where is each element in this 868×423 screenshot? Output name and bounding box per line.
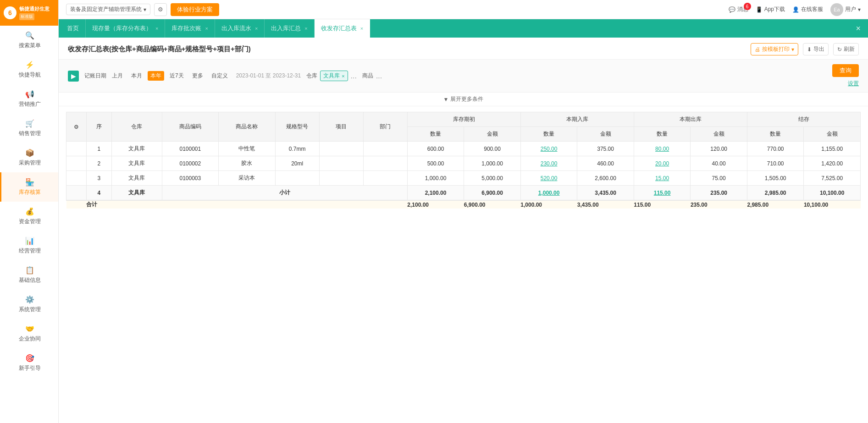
subtotal-out-qty[interactable]: 115.00 (634, 186, 691, 201)
app-download-button[interactable]: 📱 App下载 (756, 5, 785, 13)
top-header: 装备及固定资产辅助管理系统 ▾ ⚙ 体验行业方案 💬 消息 6 📱 App下载 … (59, 0, 868, 19)
tab-close-flow[interactable]: × (255, 26, 258, 31)
user-menu[interactable]: Ea 用户 ▾ (830, 3, 861, 16)
tab-close-summary[interactable]: × (304, 26, 307, 31)
tab-close-stock-dist[interactable]: × (155, 26, 158, 31)
date-btn-custom[interactable]: 自定义 (209, 71, 231, 81)
table-settings-link[interactable]: 设置 (848, 80, 859, 88)
date-btn-7days[interactable]: 近7天 (167, 71, 187, 81)
sidebar-item-label: 经营管理 (19, 247, 41, 255)
warehouse-filter-group: 仓库 文具库 × ... (306, 71, 357, 81)
sidebar-item-system[interactable]: ⚙️ 系统管理 (0, 290, 58, 319)
row-spec (275, 171, 319, 186)
tab-close-batch[interactable]: × (205, 26, 208, 31)
warehouse-more-button[interactable]: ... (351, 72, 357, 80)
date-btn-more[interactable]: 更多 (189, 71, 206, 81)
print-button[interactable]: 🖨 按模板打印 ▾ (751, 43, 798, 55)
col-header-settings: ⚙ (66, 112, 87, 142)
collab-icon: 🤝 (25, 324, 34, 333)
warehouse-tag-close[interactable]: × (342, 73, 344, 79)
sidebar-item-quick[interactable]: ⚡ 快捷导航 (0, 55, 58, 84)
date-btn-last-month[interactable]: 上月 (109, 71, 126, 81)
row-open-qty: 600.00 (407, 142, 464, 156)
row-dept (363, 171, 407, 186)
tab-home[interactable]: 首页 (61, 19, 86, 38)
gear-button[interactable]: ⚙ (154, 3, 167, 16)
date-btn-this-month[interactable]: 本月 (128, 71, 145, 81)
tab-stock-dist[interactable]: 现存量（库存分布表） × (86, 19, 165, 38)
tab-batch[interactable]: 库存批次账 × (165, 19, 215, 38)
table-row: 1 文具库 0100001 中性笔 0.7mm 600.00 900.00 25… (66, 142, 861, 156)
table-settings-icon[interactable]: ⚙ (74, 124, 79, 130)
subtotal-open-amt: 6,900.00 (464, 186, 521, 201)
sidebar-item-basic[interactable]: 📋 基础信息 (0, 260, 58, 290)
row-out-amt: 40.00 (691, 156, 747, 171)
trial-button[interactable]: 体验行业方案 (171, 3, 219, 16)
sidebar-item-label: 资金管理 (19, 218, 41, 225)
footer-bal-qty: 2,985.00 (747, 200, 804, 209)
sidebar-item-search[interactable]: 🔍 搜索菜单 (0, 26, 58, 55)
col-header-code: 商品编码 (162, 112, 219, 142)
row-code: 0100001 (162, 142, 219, 156)
sidebar-item-label: 销售管理 (19, 130, 41, 137)
page-title-bar: 收发存汇总表(按仓库+商品编码+商品+规格型号+项目+部门) 🖨 按模板打印 ▾… (59, 38, 868, 60)
row-in-qty[interactable]: 230.00 (520, 156, 577, 171)
sidebar-item-label: 基础信息 (19, 276, 41, 284)
expand-icon: ▼ (443, 96, 449, 103)
system-selector[interactable]: 装备及固定资产辅助管理系统 ▾ (66, 4, 150, 15)
refresh-button[interactable]: ↻ 刷新 (833, 43, 859, 55)
sidebar-item-sales[interactable]: 🛒 销售管理 (0, 114, 58, 143)
filter-expand-arrow[interactable]: ▶ (68, 71, 79, 82)
row-open-amt: 5,000.00 (464, 171, 521, 186)
row-out-amt: 120.00 (691, 142, 747, 156)
row-out-qty[interactable]: 80.00 (634, 142, 691, 156)
date-btn-this-year[interactable]: 本年 (148, 71, 164, 81)
col-header-project: 项目 (319, 112, 363, 142)
message-button[interactable]: 💬 消息 6 (729, 5, 748, 13)
sidebar-item-collab[interactable]: 🤝 企业协同 (0, 319, 58, 348)
row-out-qty[interactable]: 15.00 (634, 171, 691, 186)
subtotal-in-qty[interactable]: 1,000.00 (520, 186, 577, 201)
header-right: 💬 消息 6 📱 App下载 👤 在线客服 Ea 用户 ▾ (729, 3, 861, 16)
row-project (319, 171, 363, 186)
expand-conditions-button[interactable]: ▼ 展开更多条件 (443, 95, 484, 103)
row-in-qty[interactable]: 520.00 (520, 171, 577, 186)
row-in-amt: 2,600.00 (577, 171, 634, 186)
purchase-icon: 📦 (25, 148, 34, 157)
sidebar-item-business[interactable]: 📊 经营管理 (0, 231, 58, 260)
message-badge: 6 (744, 3, 751, 10)
sidebar-item-purchase[interactable]: 📦 采购管理 (0, 143, 58, 172)
row-name: 胶水 (219, 156, 276, 171)
tab-in-out-flow[interactable]: 出入库流水 × (215, 19, 265, 38)
sidebar-item-guide[interactable]: 🎯 新手引导 (0, 348, 58, 378)
query-button[interactable]: 查询 (832, 64, 859, 77)
close-all-tabs-button[interactable]: × (850, 24, 866, 33)
footer-row: 合计 2,100.00 6,900.00 1,000.00 3,435.00 1… (66, 200, 861, 209)
online-service-button[interactable]: 👤 在线客服 (792, 5, 823, 13)
row-settings (66, 171, 87, 186)
date-filter-label: 记账日期 (84, 72, 106, 80)
row-bal-amt: 1,155.00 (804, 142, 861, 156)
filter-right-actions: 查询 设置 (832, 64, 859, 88)
sidebar-nav: 🔍 搜索菜单 ⚡ 快捷导航 📢 营销推广 🛒 销售管理 📦 采购管理 🏪 库存核… (0, 26, 58, 423)
subtotal-no: 4 (86, 186, 111, 201)
row-warehouse: 文具库 (111, 171, 162, 186)
tab-close-recv-send[interactable]: × (360, 26, 363, 31)
subtotal-row: 4 文具库 小计 2,100.00 6,900.00 1,000.00 3,43… (66, 186, 861, 201)
row-bal-qty: 770.00 (747, 142, 804, 156)
gear-icon: ⚙ (158, 6, 163, 13)
tab-in-out-summary[interactable]: 出入库汇总 × (265, 19, 314, 38)
tab-recv-send[interactable]: 收发存汇总表 × (315, 19, 370, 38)
sidebar-item-finance[interactable]: 💰 资金管理 (0, 202, 58, 231)
row-in-qty[interactable]: 250.00 (520, 142, 577, 156)
logo-text: 畅捷通好生意 标准版 (19, 5, 50, 20)
sidebar-item-marketing[interactable]: 📢 营销推广 (0, 84, 58, 114)
goods-more-button[interactable]: ... (376, 72, 382, 80)
export-button[interactable]: ⬇ 导出 (803, 43, 829, 55)
sidebar-item-inventory[interactable]: 🏪 库存核算 (0, 172, 58, 202)
row-out-qty[interactable]: 20.00 (634, 156, 691, 171)
system-name: 装备及固定资产辅助管理系统 (70, 5, 142, 13)
filter-bar: ▶ 记账日期 上月 本月 本年 近7天 更多 自定义 2023-01-01 至 … (59, 60, 868, 93)
sidebar-item-label: 新手引导 (19, 364, 41, 372)
logo-badge: 标准版 (19, 13, 34, 20)
